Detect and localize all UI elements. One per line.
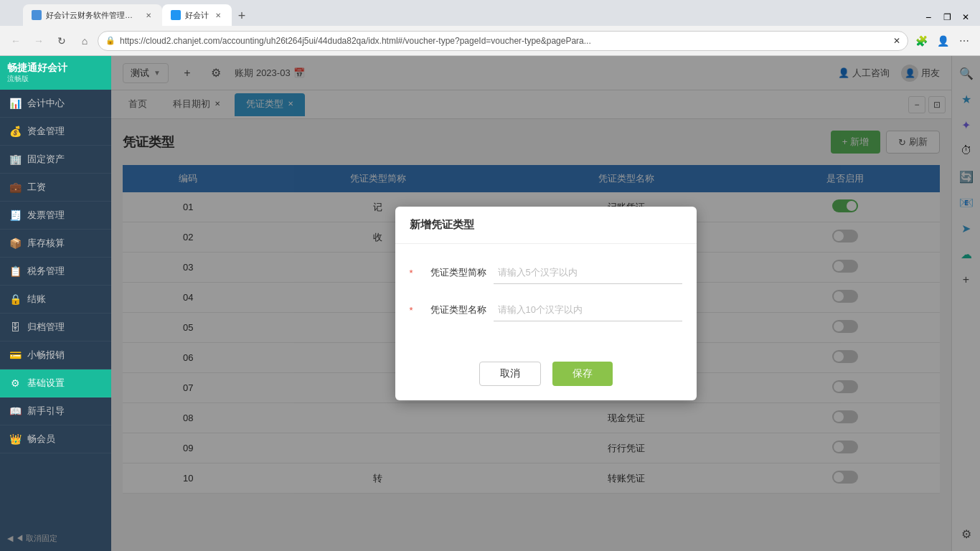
new-voucher-type-modal: 新增凭证类型 * 凭证类型简称 * 凭证类型名称 取消 保存 <box>395 207 697 400</box>
sidebar-icon-inventory: 📦 <box>9 237 22 250</box>
modal-header: 新增凭证类型 <box>395 207 697 244</box>
sidebar-label-member: 畅会员 <box>27 433 55 446</box>
more-button[interactable]: ⋯ <box>954 31 974 51</box>
back-button[interactable]: ← <box>6 31 26 51</box>
unpin-label: ◀ 取消固定 <box>16 533 57 544</box>
voucher-name-input[interactable] <box>494 298 682 321</box>
sidebar-label-close: 结账 <box>27 293 46 306</box>
forward-button[interactable]: → <box>29 31 49 51</box>
sidebar-label-invoice: 发票管理 <box>27 209 65 222</box>
sidebar-item-invoice[interactable]: 🧾 发票管理 <box>0 202 111 230</box>
home-button[interactable]: ⌂ <box>75 31 95 51</box>
sidebar-item-expense[interactable]: 💳 小畅报销 <box>0 342 111 369</box>
browser-tab-2[interactable]: 好会计 ✕ <box>162 4 232 26</box>
sidebar-label-archive: 归档管理 <box>27 321 65 334</box>
sidebar-icon-tax: 📋 <box>9 265 22 278</box>
form-row-name: * 凭证类型名称 <box>410 298 682 321</box>
sidebar-icon-dashboard: 📊 <box>9 97 22 110</box>
sidebar-item-fixed[interactable]: 🏢 固定资产 <box>0 146 111 174</box>
browser-tab-1[interactable]: 好会计云财务软件管理系统_会计 ✕ <box>23 4 162 26</box>
profile-button[interactable]: 👤 <box>933 31 953 51</box>
tab-close-2[interactable]: ✕ <box>213 10 223 20</box>
sidebar-icon-member: 👑 <box>9 433 22 446</box>
new-tab-button[interactable]: + <box>232 6 252 26</box>
short-name-input[interactable] <box>494 261 682 284</box>
logo-text: 畅捷通好会计 <box>7 62 67 74</box>
sidebar-icon-settings: ⚙ <box>9 377 22 390</box>
form-row-short: * 凭证类型简称 <box>410 261 682 284</box>
sidebar-icon-close: 🔒 <box>9 293 22 306</box>
sidebar-item-salary[interactable]: 💼 工资 <box>0 174 111 202</box>
lock-icon: 🔒 <box>105 36 116 45</box>
unpin-icon: ◀ <box>7 534 13 543</box>
sidebar-icon-salary: 💼 <box>9 181 22 194</box>
sidebar-label-inventory: 库存核算 <box>27 237 65 250</box>
extensions-button[interactable]: 🧩 <box>911 31 931 51</box>
required-star-name: * <box>410 305 413 316</box>
sidebar-label-dashboard: 会计中心 <box>27 97 65 110</box>
sidebar-label-assets: 资金管理 <box>27 125 65 138</box>
modal-body: * 凭证类型简称 * 凭证类型名称 <box>395 244 697 353</box>
required-star-short: * <box>410 268 413 278</box>
browser-controls: ← → ↻ ⌂ 🔒 https://cloud2.chanjet.com/acc… <box>0 26 980 56</box>
sidebar-item-close[interactable]: 🔒 结账 <box>0 286 111 314</box>
sidebar-icon-archive: 🗄 <box>9 321 22 334</box>
sidebar-item-archive[interactable]: 🗄 归档管理 <box>0 314 111 342</box>
sidebar-icon-assets: 💰 <box>9 125 22 138</box>
browser-chrome: 好会计云财务软件管理系统_会计 ✕ 好会计 ✕ + − ❐ ✕ ← → ↻ ⌂ … <box>0 0 980 56</box>
sidebar-unpin[interactable]: ◀ ◀ 取消固定 <box>0 526 111 551</box>
sidebar-item-assets[interactable]: 💰 资金管理 <box>0 118 111 146</box>
sidebar-icon-fixed: 🏢 <box>9 153 22 166</box>
sidebar-item-dashboard[interactable]: 📊 会计中心 <box>0 90 111 118</box>
sidebar-label-tax: 税务管理 <box>27 265 65 278</box>
tab-bar: 好会计云财务软件管理系统_会计 ✕ 好会计 ✕ + − ❐ ✕ <box>0 0 980 26</box>
reload-button[interactable]: ↻ <box>52 31 72 51</box>
modal-overlay: 新增凭证类型 * 凭证类型简称 * 凭证类型名称 取消 保存 <box>111 56 980 551</box>
form-label-name: 凭证类型名称 <box>422 303 486 316</box>
sidebar-item-settings[interactable]: ⚙ 基础设置 <box>0 369 111 397</box>
cancel-button[interactable]: 取消 <box>479 362 541 386</box>
sidebar-label-fixed: 固定资产 <box>27 153 65 166</box>
sidebar-label-guide: 新手引导 <box>27 405 65 418</box>
minimize-button[interactable]: − <box>920 9 937 26</box>
modal-footer: 取消 保存 <box>395 353 697 400</box>
sidebar-label-salary: 工资 <box>27 181 46 194</box>
tab-title-2: 好会计 <box>185 10 209 21</box>
sidebar-icon-expense: 💳 <box>9 349 22 362</box>
url-text: https://cloud2.chanjet.com/accounting/uh… <box>120 36 889 46</box>
maximize-button[interactable]: ❐ <box>938 9 956 26</box>
form-label-short: 凭证类型简称 <box>422 266 486 279</box>
sidebar-logo: 畅捷通好会计 流畅版 <box>0 56 111 90</box>
sidebar-label-expense: 小畅报销 <box>27 349 65 362</box>
sidebar-item-guide[interactable]: 📖 新手引导 <box>0 397 111 425</box>
sidebar-icon-guide: 📖 <box>9 405 22 418</box>
sidebar: 畅捷通好会计 流畅版 📊 会计中心 💰 资金管理 🏢 固定资产 💼 工资 🧾 发… <box>0 56 111 551</box>
tab-close-1[interactable]: ✕ <box>143 10 154 20</box>
sidebar-item-tax[interactable]: 📋 税务管理 <box>0 258 111 286</box>
address-bar[interactable]: 🔒 https://cloud2.chanjet.com/accounting/… <box>98 31 908 51</box>
sidebar-item-member[interactable]: 👑 畅会员 <box>0 425 111 453</box>
logo-sub: 流畅版 <box>7 74 67 84</box>
sidebar-items-container: 📊 会计中心 💰 资金管理 🏢 固定资产 💼 工资 🧾 发票管理 📦 库存核算 … <box>0 90 111 453</box>
tab-title-1: 好会计云财务软件管理系统_会计 <box>46 10 139 21</box>
address-refresh-icon: ✕ <box>893 36 900 46</box>
close-button[interactable]: ✕ <box>957 9 974 26</box>
browser-actions: 🧩 👤 ⋯ <box>911 31 974 51</box>
sidebar-icon-invoice: 🧾 <box>9 209 22 222</box>
save-button[interactable]: 保存 <box>552 362 613 386</box>
sidebar-item-inventory[interactable]: 📦 库存核算 <box>0 230 111 258</box>
sidebar-label-settings: 基础设置 <box>27 377 65 390</box>
